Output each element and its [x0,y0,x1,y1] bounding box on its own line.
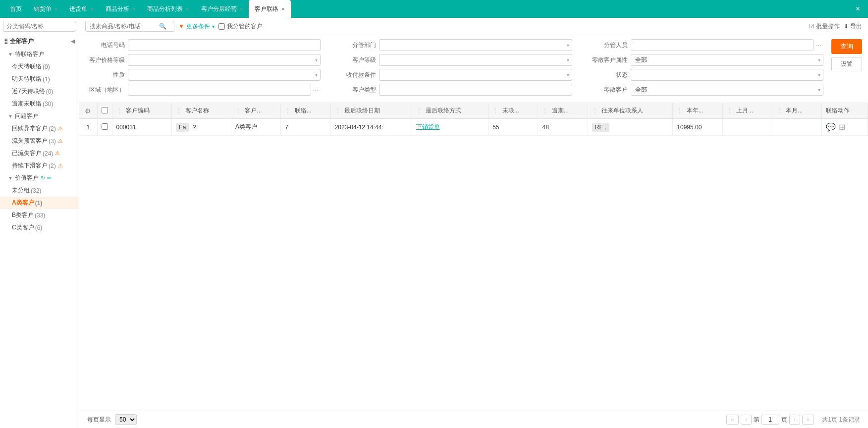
col-thismonth-handle[interactable]: ⋮ [776,107,782,114]
tab-home[interactable]: 首页 [4,0,28,18]
sidebar-search-box[interactable]: 🔍 [3,21,76,32]
retail-prop-input[interactable] [631,54,823,66]
col-checkbox[interactable] [97,103,112,119]
tab-product-analysis[interactable]: 商品分析 × [100,0,141,18]
row-last-contact-method-value[interactable]: 下销货单 [416,123,440,130]
value-edit-icon[interactable]: ✏ [47,175,52,181]
col-settings[interactable]: ⚙ [79,103,97,119]
sidebar-item-tomorrow-pending[interactable]: 明天待联络 (1) [0,73,79,85]
sidebar-item-churn-warning[interactable]: 流失预警客户 (3) ⚠ [0,135,79,147]
col-overdue-handle[interactable]: ⋮ [542,107,548,114]
price-grade-select-wrap[interactable]: ▾ [128,54,321,66]
tab-sales[interactable]: 销货单 × [28,0,63,18]
settings-button[interactable]: 设置 [831,57,862,71]
status-select-wrap[interactable]: ▾ [631,69,823,81]
phone-input[interactable] [128,39,321,51]
col-lastmonth-handle[interactable]: ⋮ [727,107,733,114]
gear-icon[interactable]: ⚙ [85,107,91,115]
col-code-handle[interactable]: ⋮ [116,107,122,114]
tab-sales-close[interactable]: × [54,6,57,12]
col-date-handle[interactable]: ⋮ [335,107,341,114]
col-contact-handle[interactable]: ⋮ [285,107,291,114]
prev-page-btn[interactable]: ‹ [741,415,752,425]
region-input[interactable] [128,84,311,96]
last-page-btn[interactable]: » [802,415,814,425]
query-button[interactable]: 查询 [831,39,862,54]
row-message-icon[interactable]: 💬 [826,122,836,132]
nature-select-wrap[interactable]: ▾ [128,69,321,81]
tab-customer-contact[interactable]: 客户联络 × [249,0,290,18]
tab-purchase-close[interactable]: × [90,6,93,12]
tab-product-analysis-label: 商品分析 [106,5,129,13]
pending-contact-group[interactable]: ▼ 待联络客户 [0,48,79,60]
col-type-handle[interactable]: ⋮ [235,107,241,114]
dept-select-wrap[interactable]: ▾ [379,39,572,51]
my-customers-checkbox[interactable] [218,23,225,30]
sidebar-item-churned[interactable]: 已流失客户 (24) ⚠ [0,147,79,160]
sidebar-item-declining[interactable]: 持续下滑客户 (2) ⚠ [0,160,79,172]
filter-search-icon[interactable]: 🔍 [159,23,166,30]
price-grade-input[interactable] [128,54,321,66]
staff-input[interactable] [631,39,814,51]
col-notcontact-label: 未联... [502,107,519,114]
batch-operation-btn[interactable]: ☑ 批量操作 [809,22,840,31]
problem-customer-label: 问题客户 [15,112,39,120]
nature-input[interactable] [128,69,321,81]
sidebar-item-week-pending[interactable]: 近7天待联络 (0) [0,85,79,98]
status-input[interactable] [631,69,823,81]
page-size-select[interactable]: 50 [115,414,137,425]
sidebar-item-a-class[interactable]: A类客户 (1) [0,197,79,209]
row-checkbox-cell[interactable] [97,119,112,136]
sidebar-item-c-class[interactable]: C类客户 (6) [0,221,79,234]
my-customers-checkbox-wrap[interactable]: 我分管的客户 [218,22,263,31]
close-all-tabs-button[interactable]: × [852,4,864,13]
more-conditions-btn[interactable]: ▼ 更多条件 ▾ [178,22,215,31]
col-unitcontact-handle[interactable]: ⋮ [592,107,598,114]
export-btn[interactable]: ⬇ 导出 [844,22,862,31]
page-label: 第 [754,416,760,424]
tab-customer-contact-close[interactable]: × [281,6,284,12]
sidebar-item-b-class[interactable]: B类客户 (33) [0,209,79,221]
row-unit-contact-value: RE . [592,123,609,132]
row-link-icon[interactable]: ⊞ [839,122,845,132]
customer-type-input[interactable] [379,84,572,96]
col-name-handle[interactable]: ⋮ [176,107,182,114]
region-dots-btn[interactable]: ··· [311,86,321,94]
row-checkbox[interactable] [102,123,108,130]
retail-prop-select-wrap[interactable]: ▾ [631,54,823,66]
sidebar-item-today-pending[interactable]: 今天待联络 (0) [0,60,79,73]
problem-customer-group[interactable]: ▼ 问题客户 [0,110,79,122]
customer-grade-select-wrap[interactable]: ▾ [379,54,572,66]
next-page-btn[interactable]: › [789,415,800,425]
col-method-handle[interactable]: ⋮ [416,107,422,114]
tab-product-analysis-list-close[interactable]: × [186,6,189,12]
col-thisyear-handle[interactable]: ⋮ [677,107,683,114]
sidebar-item-repurchase-anomaly[interactable]: 回购异常客户 (2) ⚠ [0,122,79,135]
staff-dots-btn[interactable]: ··· [814,41,823,49]
filter-search-input[interactable] [90,23,159,30]
select-all-checkbox[interactable] [102,107,108,113]
value-refresh-icon[interactable]: ↻ [41,175,45,181]
col-notcontact-handle[interactable]: ⋮ [492,107,498,114]
retail-customer-select-wrap[interactable]: ▾ [631,84,823,96]
value-customer-group[interactable]: ▼ 价值客户 ↻ ✏ [0,172,79,184]
tomorrow-pending-count: (1) [43,76,50,83]
tab-customer-tier-close[interactable]: × [240,6,243,12]
sidebar-item-ungrouped[interactable]: 未分组 (32) [0,184,79,197]
filter-search-box[interactable]: 🔍 [85,21,174,32]
tab-product-analysis-close[interactable]: × [132,6,135,12]
page-input[interactable] [761,415,779,425]
sidebar-item-overdue-pending[interactable]: 逾期未联络 (30) [0,98,79,110]
sidebar-collapse-btn[interactable]: ◀ [71,38,75,45]
dept-input[interactable] [379,39,572,51]
payment-select-wrap[interactable]: ▾ [379,69,572,81]
payment-input[interactable] [379,69,572,81]
tab-purchase[interactable]: 进货单 × [63,0,99,18]
tab-customer-tier[interactable]: 客户分层经营 × [195,0,249,18]
sidebar-search-input[interactable] [6,23,79,30]
customer-grade-input[interactable] [379,54,572,66]
retail-customer-input[interactable] [631,84,823,96]
tab-product-analysis-list[interactable]: 商品分析列表 × [141,0,195,18]
first-page-btn[interactable]: « [726,415,739,425]
all-customers-header[interactable]: ⣿ 全部客户 ◀ [0,35,79,48]
